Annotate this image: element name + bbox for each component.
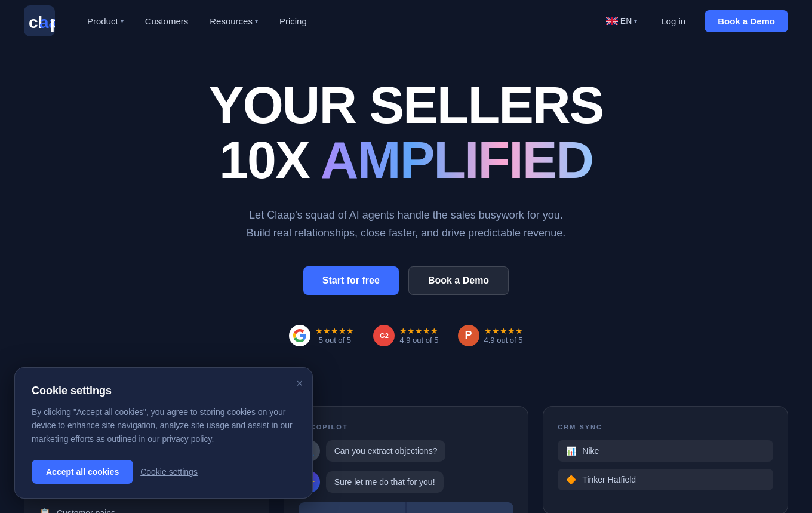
accept-cookies-button[interactable]: Accept all cookies <box>32 460 133 484</box>
cookie-close-button[interactable]: × <box>296 377 303 390</box>
ai-copilot-card: AI COPILOT 👤 Can you extract objections?… <box>284 406 529 513</box>
google-stars: ★★★★★ <box>315 326 354 336</box>
cookie-buttons: Accept all cookies Cookie settings <box>32 460 296 484</box>
language-selector[interactable]: EN ▾ <box>601 13 642 29</box>
notion-icon: 📊 <box>566 446 576 456</box>
product-chevron-icon: ▾ <box>121 18 124 24</box>
ai-copilot-label: AI COPILOT <box>299 423 514 431</box>
crm-item-hatfield: 🔶 Tinker Hatfield <box>558 469 773 490</box>
nav-right: EN ▾ Log in Book a Demo <box>601 10 788 32</box>
producthunt-stars: ★★★★★ <box>484 326 523 336</box>
cookie-title: Cookie settings <box>32 385 296 397</box>
producthunt-badge: P <box>458 325 479 346</box>
google-score: 5 out of 5 <box>315 336 354 345</box>
cookie-banner: × Cookie settings By clicking "Accept al… <box>14 367 313 499</box>
hero-section: YOUR SELLERS 10X AMPLIFIED Let Claap's s… <box>0 42 812 406</box>
lang-label: EN <box>620 16 632 26</box>
producthunt-score: 4.9 out of 5 <box>484 336 523 345</box>
video-thumbnail: 👩 👨 <box>299 502 514 513</box>
chat-message-user: 👤 Can you extract objections? <box>299 440 514 462</box>
book-demo-nav-button[interactable]: Book a Demo <box>705 10 788 32</box>
hero-subtitle: Let Claap's squad of AI agents handle th… <box>221 206 591 242</box>
nav-links: Product ▾ Customers Resources ▾ Pricing <box>79 11 601 31</box>
g2-score: 4.9 out of 5 <box>399 336 438 345</box>
chat-message-ai: ✨ Sure let me do that for you! <box>299 471 514 493</box>
svg-text:p: p <box>50 13 55 32</box>
user-bubble: Can you extract objections? <box>326 440 446 462</box>
logo[interactable]: cl aa p <box>24 5 55 36</box>
ai-bubble: Sure let me do that for you! <box>326 471 444 493</box>
cookie-settings-button[interactable]: Cookie settings <box>140 467 198 477</box>
resources-chevron-icon: ▾ <box>255 18 258 24</box>
login-button[interactable]: Log in <box>651 11 695 31</box>
producthunt-rating: P ★★★★★ 4.9 out of 5 <box>458 325 523 346</box>
hero-cta-group: Start for free Book a Demo <box>24 266 788 295</box>
hero-title: YOUR SELLERS 10X AMPLIFIED <box>24 78 788 188</box>
g2-rating: G2 ★★★★★ 4.9 out of 5 <box>373 325 438 346</box>
lang-chevron-icon: ▾ <box>634 18 637 24</box>
ratings-row: ★★★★★ 5 out of 5 G2 ★★★★★ 4.9 out of 5 P… <box>24 325 788 346</box>
nav-pricing[interactable]: Pricing <box>271 11 315 31</box>
hero-amplified: AMPLIFIED <box>321 130 593 189</box>
google-rating: ★★★★★ 5 out of 5 <box>289 325 354 346</box>
book-demo-hero-button[interactable]: Book a Demo <box>408 266 509 295</box>
crm-item-nike: 📊 Nike <box>558 440 773 462</box>
nav-customers[interactable]: Customers <box>137 11 197 31</box>
crm-sync-card: CRM SYNC 📊 Nike 🔶 Tinker Hatfield <box>543 406 788 513</box>
nav-product[interactable]: Product ▾ <box>79 11 132 31</box>
video-half-right: 👨 <box>407 502 513 513</box>
navbar: cl aa p Product ▾ Customers Resources ▾ … <box>0 0 812 42</box>
google-badge <box>289 325 310 346</box>
cookie-description: By clicking "Accept all cookies", you ag… <box>32 406 296 446</box>
crm-sync-label: CRM SYNC <box>558 423 773 431</box>
hero-10x: 10X <box>219 130 309 189</box>
g2-stars: ★★★★★ <box>399 326 438 336</box>
privacy-policy-link[interactable]: privacy policy <box>162 434 211 444</box>
hubspot-icon: 🔶 <box>566 475 576 484</box>
list-item: 📋 Customer pains <box>39 503 254 513</box>
nav-resources[interactable]: Resources ▾ <box>201 11 266 31</box>
g2-badge: G2 <box>373 325 395 346</box>
start-free-button[interactable]: Start for free <box>303 266 399 295</box>
customer-pains-icon: 📋 <box>39 508 51 513</box>
video-half-left: 👩 <box>299 502 405 513</box>
